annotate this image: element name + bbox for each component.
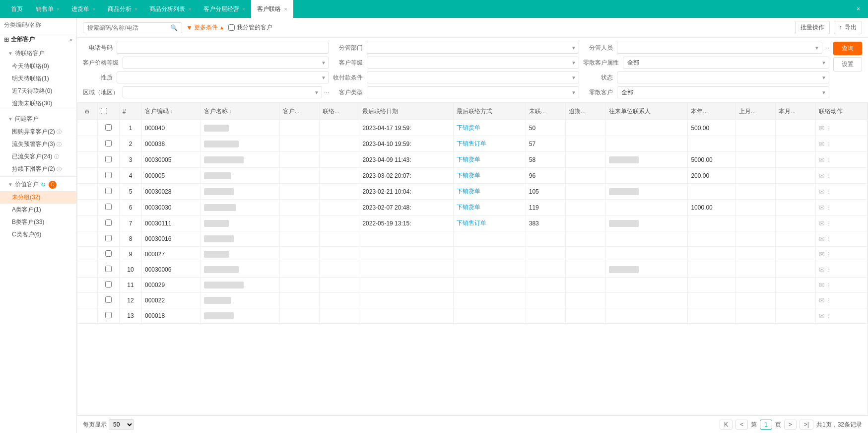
per-page-select[interactable]: 50 100 200 (109, 419, 134, 430)
col-last-month[interactable]: 上月... (735, 103, 775, 120)
sidebar-item-churned[interactable]: 已流失客户(24) ⓘ (0, 150, 76, 163)
message-icon[interactable]: ✉ (819, 188, 825, 196)
sidebar-item-no-group[interactable]: 未分组(32) (0, 191, 76, 204)
col-last-contact-date[interactable]: 最后联络日期 (359, 103, 454, 120)
tab-product-analysis[interactable]: 商品分析 × (102, 0, 143, 18)
grid-action-icon[interactable]: ⁝ (828, 235, 830, 243)
gear-icon[interactable]: ⚙ (84, 108, 90, 115)
row-checkbox[interactable] (97, 216, 119, 231)
grid-action-icon[interactable]: ⁝ (828, 312, 830, 320)
main-search-icon[interactable]: 🔍 (170, 24, 178, 31)
message-icon[interactable]: ✉ (819, 124, 825, 132)
grid-action-icon[interactable]: ⁝ (828, 188, 830, 196)
filter-sparse-attr-select[interactable]: 全部 (623, 57, 829, 69)
grid-action-icon[interactable]: ⁝ (828, 204, 830, 212)
row-checkbox[interactable] (97, 120, 119, 136)
close-product-analysis-list[interactable]: × (188, 6, 191, 12)
message-icon[interactable]: ✉ (819, 172, 825, 180)
my-customers-checkbox[interactable] (228, 24, 235, 31)
refresh-icon[interactable]: ↻ (41, 181, 46, 188)
filter-dept-select[interactable] (367, 42, 579, 54)
sidebar-item-class-c[interactable]: C类客户(6) (0, 228, 76, 241)
row-checkbox[interactable] (97, 136, 119, 152)
sidebar-item-overdue-contact[interactable]: 逾期未联络(30) (0, 97, 76, 110)
home-tab[interactable]: 首页 (4, 0, 30, 18)
grid-action-icon[interactable]: ⁝ (828, 124, 830, 132)
next-page-btn[interactable]: > (784, 420, 797, 430)
message-icon[interactable]: ✉ (819, 281, 825, 289)
sidebar-item-class-a[interactable]: A类客户(1) (0, 204, 76, 216)
grid-action-icon[interactable]: ⁝ (828, 156, 830, 164)
sidebar-search-box[interactable]: 🔍 (0, 18, 76, 32)
row-checkbox[interactable] (97, 278, 119, 293)
close-product-analysis[interactable]: × (134, 6, 137, 12)
message-icon[interactable]: ✉ (819, 235, 825, 243)
col-unit-contact[interactable]: 往来单位联系人 (605, 103, 688, 120)
sidebar-item-7days-contact[interactable]: 近7天待联络(0) (0, 85, 76, 97)
row-checkbox[interactable] (97, 308, 119, 324)
col-not-contact[interactable]: 未联... (526, 103, 565, 120)
group-problem-customers[interactable]: ▼ 问题客户 (0, 112, 76, 126)
col-name[interactable]: 客户名称 ↕ (200, 103, 279, 120)
filter-sparse-cust-select[interactable]: 全部 (617, 86, 829, 98)
more-filters-btn[interactable]: ▼ 更多条件 ▲ (186, 23, 224, 32)
tab-customer-segment[interactable]: 客户分层经营 × (198, 0, 251, 18)
sidebar-item-tomorrow-contact[interactable]: 明天待联络(1) (0, 72, 76, 85)
col-this-month[interactable]: 本月... (776, 103, 815, 120)
filter-region-select[interactable] (123, 86, 322, 98)
sidebar-item-today-contact[interactable]: 今天待联络(0) (0, 60, 76, 72)
grid-action-icon[interactable]: ⁝ (828, 219, 830, 227)
sidebar-item-declining[interactable]: 持续下滑客户(2) ⓘ (0, 163, 76, 175)
prev-page-btn[interactable]: < (735, 420, 748, 430)
batch-op-button[interactable]: 批量操作 (795, 21, 830, 34)
row-checkbox[interactable] (97, 168, 119, 184)
export-button[interactable]: ↑ 导出 (834, 21, 862, 34)
grid-action-icon[interactable]: ⁝ (828, 266, 830, 274)
main-search-box[interactable]: 🔍 (83, 22, 182, 33)
message-icon[interactable]: ✉ (819, 250, 825, 258)
col-setting[interactable]: ⚙ (77, 103, 97, 120)
row-checkbox[interactable] (97, 200, 119, 216)
close-customer-contact[interactable]: × (284, 6, 287, 12)
filter-person-select[interactable] (617, 42, 822, 54)
group-value-customers[interactable]: ▼ 价值客户 ↻ C (0, 178, 76, 191)
message-icon[interactable]: ✉ (819, 312, 825, 320)
tab-purchase-order[interactable]: 进货单 × (66, 0, 101, 18)
group-pending-contact[interactable]: ▼ 待联络客户 (0, 47, 76, 60)
col-this-year[interactable]: 本年... (688, 103, 735, 120)
main-search-input[interactable] (87, 24, 170, 31)
grid-action-icon[interactable]: ⁝ (828, 296, 830, 304)
col-contact[interactable]: 联络... (320, 103, 359, 120)
message-icon[interactable]: ✉ (819, 204, 825, 212)
grid-action-icon[interactable]: ⁝ (828, 140, 830, 148)
more-region-icon[interactable]: ··· (324, 89, 329, 96)
more-icon[interactable]: ··· (824, 44, 829, 51)
grid-action-icon[interactable]: ⁝ (828, 281, 830, 289)
message-icon[interactable]: ✉ (819, 140, 825, 148)
sidebar-search-input[interactable] (4, 21, 77, 28)
filter-cust-type-select[interactable] (367, 86, 579, 98)
query-button[interactable]: 查询 (833, 42, 862, 55)
filter-customer-level-select[interactable] (367, 57, 579, 69)
message-icon[interactable]: ✉ (819, 156, 825, 164)
message-icon[interactable]: ✉ (819, 266, 825, 274)
tab-product-analysis-list[interactable]: 商品分析列表 × (143, 0, 197, 18)
col-checkbox[interactable] (97, 103, 119, 120)
col-last-contact-method[interactable]: 最后联络方式 (454, 103, 526, 120)
row-checkbox[interactable] (97, 231, 119, 247)
filter-status-select[interactable] (617, 72, 829, 83)
sidebar-item-hoarding-abnormal[interactable]: 囤购异常客户(2) ⓘ (0, 126, 76, 138)
row-checkbox[interactable] (97, 152, 119, 168)
tab-sales-order[interactable]: 销售单 × (30, 0, 66, 18)
col-type[interactable]: 客户... (279, 103, 319, 120)
sidebar-item-churn-warning[interactable]: 流失预警客户(3) ⓘ (0, 138, 76, 150)
filter-nature-select[interactable] (117, 72, 329, 83)
filter-payment-select[interactable] (367, 72, 579, 83)
my-customers-filter[interactable]: 我分管的客户 (228, 23, 272, 32)
sidebar-item-class-b[interactable]: B类客户(33) (0, 216, 76, 228)
close-sales-order[interactable]: × (57, 6, 60, 12)
filter-price-level-select[interactable] (123, 57, 329, 69)
col-code[interactable]: 客户编码 ↕ (142, 103, 201, 120)
message-icon[interactable]: ✉ (819, 296, 825, 304)
close-purchase-order[interactable]: × (92, 6, 95, 12)
